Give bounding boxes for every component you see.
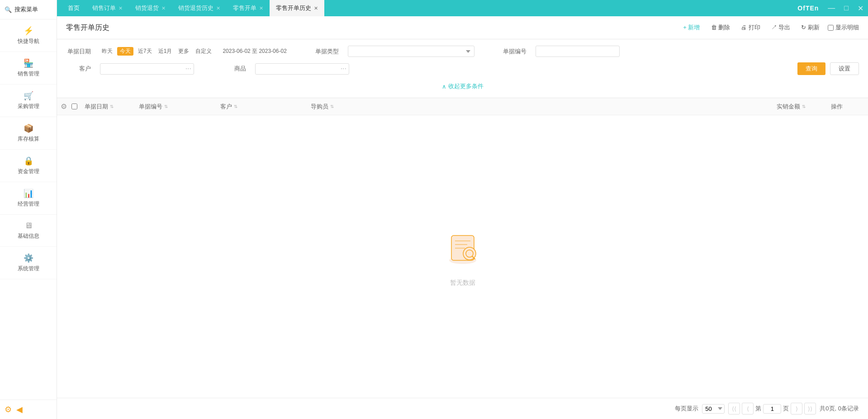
th-number-label: 单据编号 [139,103,162,111]
tab-home[interactable]: 首页 [62,0,86,16]
goods-picker-icon[interactable]: ··· [341,65,346,73]
search-icon: 🔍 [5,6,12,13]
sidebar-item-label: 库存核算 [18,135,39,143]
pagination: 每页显示 50 10 20 100 ⟨⟨ ⟨ 第 页 ⟩ ⟩⟩ 共0页, 0条记… [57,398,868,419]
empty-state: 暂无数据 [57,115,868,398]
tab-sales-return[interactable]: 销货退货 ✕ [129,0,172,16]
sidebar-item-finance[interactable]: 🔒 资金管理 [0,150,57,182]
sort-icon: ⇅ [164,104,168,109]
collapse-filter-bar[interactable]: ∧ 收起更多条件 [66,80,859,94]
sidebar-item-label: 快捷导航 [18,38,39,45]
type-filter-select[interactable] [348,46,474,57]
tab-retail-open[interactable]: 零售开单 ✕ [227,0,270,16]
per-page-label: 每页显示 [675,405,698,413]
tab-label: 零售开单 [233,4,256,12]
date-more-btn[interactable]: 更多 [176,47,191,56]
finance-icon: 🔒 [24,156,33,166]
tab-retail-history[interactable]: 零售开单历史 ✕ [270,0,324,16]
export-button[interactable]: ↗ 导出 [768,22,793,33]
th-number[interactable]: 单据编号 ⇅ [136,99,218,114]
date-7days-btn[interactable]: 近7天 [136,47,154,56]
sidebar: 🔍 搜索菜单 ⚡ 快捷导航 🏪 销售管理 🛒 采购管理 📦 库存核算 🔒 资金管… [0,0,57,419]
page-label-suffix: 页 [783,405,789,413]
sidebar-bottom: ⚙ ◀ [0,400,57,419]
customer-filter-label: 客户 [66,65,91,73]
th-date[interactable]: 单据日期 ⇅ [82,99,136,114]
prev-page-button[interactable]: ⟨ [742,403,754,414]
base-info-icon: 🖥 [24,221,33,231]
sidebar-item-inventory[interactable]: 📦 库存核算 [0,117,57,150]
filter-row-2: 客户 ··· 商品 ··· 查询 设置 [66,62,859,75]
show-detail-input[interactable] [828,25,834,31]
number-filter-label: 单据编号 [502,47,526,56]
setting-button[interactable]: 设置 [830,62,859,75]
table-header: ⚙ 单据日期 ⇅ 单据编号 ⇅ 客户 ⇅ 导购员 ⇅ [57,98,868,115]
tab-label: 零售开单历史 [276,4,311,12]
goods-filter-label: 商品 [221,65,246,73]
th-guide[interactable]: 导购员 ⇅ [308,99,376,114]
close-icon[interactable]: ✕ [259,5,263,11]
th-action: 操作 [828,99,864,114]
first-page-button[interactable]: ⟨⟨ [728,403,740,414]
close-icon[interactable]: ✕ [314,5,318,11]
refresh-button[interactable]: ↻ 刷新 [798,22,822,33]
tab-sales-order[interactable]: 销售订单 ✕ [86,0,129,16]
next-page-button[interactable]: ⟩ [791,403,802,414]
th-customer[interactable]: 客户 ⇅ [218,99,308,114]
query-button[interactable]: 查询 [797,62,825,75]
filter-area: 单据日期 昨天 今天 近7天 近1月 更多 自定义 2023-06-02 至 2… [57,39,868,98]
chevron-up-icon: ∧ [442,83,446,90]
tab-sales-return-history[interactable]: 销货退货历史 ✕ [172,0,227,16]
page-header: 零售开单历史 + 新增 🗑 删除 🖨 打印 ↗ 导出 ↻ 刷新 显示明细 [57,16,868,39]
new-button[interactable]: + 新增 [680,22,702,33]
number-filter-input[interactable] [536,46,620,57]
type-filter-label: 单据类型 [314,47,339,56]
show-detail-label: 显示明细 [835,24,859,32]
sidebar-item-sys-mgmt[interactable]: ⚙️ 系统管理 [0,247,57,279]
sidebar-item-label: 基础信息 [18,232,39,240]
close-icon[interactable]: ✕ [216,5,220,11]
th-customer-label: 客户 [220,103,232,111]
sidebar-item-operations[interactable]: 📊 经营管理 [0,182,57,215]
page-number-input[interactable] [763,404,781,414]
date-custom-btn[interactable]: 自定义 [194,47,213,56]
close-icon[interactable]: ✕ [119,5,123,11]
window-maximize-icon[interactable]: □ [844,4,849,12]
sidebar-item-purchase-mgmt[interactable]: 🛒 采购管理 [0,85,57,117]
column-settings-icon[interactable]: ⚙ [61,102,67,111]
last-page-button[interactable]: ⟩⟩ [804,403,816,414]
date-1month-btn[interactable]: 近1月 [157,47,174,56]
sidebar-item-label: 采购管理 [18,103,39,110]
collapse-label: 收起更多条件 [448,82,484,90]
sidebar-item-quick-nav[interactable]: ⚡ 快捷导航 [0,19,57,52]
sales-icon: 🏪 [24,58,33,68]
customer-picker-icon[interactable]: ··· [185,65,191,73]
sidebar-item-sales-mgmt[interactable]: 🏪 销售管理 [0,52,57,85]
date-range-display: 2023-06-02 至 2023-06-02 [223,47,286,55]
window-close-icon[interactable]: ✕ [858,4,863,13]
th-amount-label: 实销金额 [777,103,800,111]
filter-row-1: 单据日期 昨天 今天 近7天 近1月 更多 自定义 2023-06-02 至 2… [66,46,859,57]
date-yesterday-btn[interactable]: 昨天 [100,47,114,56]
per-page-select[interactable]: 50 10 20 100 [702,404,725,414]
customer-filter-input[interactable] [100,63,194,75]
window-minimize-icon[interactable]: — [828,4,835,12]
date-today-btn[interactable]: 今天 [117,47,133,56]
goods-filter-input[interactable] [255,63,349,75]
print-button[interactable]: 🖨 打印 [738,22,763,33]
sys-icon: ⚙️ [24,253,33,263]
table-section: ⚙ 单据日期 ⇅ 单据编号 ⇅ 客户 ⇅ 导购员 ⇅ [57,98,868,398]
select-all-checkbox[interactable] [71,104,77,109]
delete-button[interactable]: 🗑 删除 [708,22,733,33]
inventory-icon: 📦 [24,123,33,133]
nav-right: OfTEn — □ ✕ [794,4,863,13]
sort-icon: ⇅ [110,104,114,109]
collapse-sidebar-icon[interactable]: ◀ [16,405,23,414]
sort-icon: ⇅ [802,104,806,109]
close-icon[interactable]: ✕ [161,5,166,11]
sidebar-item-base-info[interactable]: 🖥 基础信息 [0,215,57,247]
th-amount[interactable]: 实销金额 ⇅ [774,99,828,114]
sidebar-search[interactable]: 🔍 搜索菜单 [0,0,57,19]
settings-icon[interactable]: ⚙ [5,405,12,414]
show-detail-checkbox[interactable]: 显示明细 [828,24,859,32]
